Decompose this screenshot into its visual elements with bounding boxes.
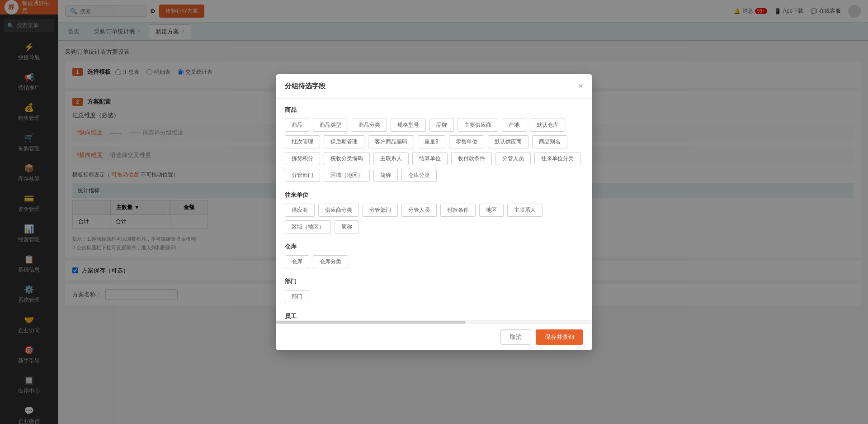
field-tag-商品别名[interactable]: 商品别名 <box>532 135 567 148</box>
field-tag-主联系人[interactable]: 主联系人 <box>507 204 542 217</box>
field-tag-批次管理[interactable]: 批次管理 <box>285 135 320 148</box>
field-group-title-warehouse: 仓库 <box>285 243 583 251</box>
field-tag-分管人员[interactable]: 分管人员 <box>401 204 437 217</box>
field-group-employee: 员工业务员 <box>285 312 583 320</box>
field-tag-区域（地区）[interactable]: 区域（地区） <box>324 169 370 182</box>
field-tags-warehouse: 仓库仓库分类 <box>285 255 583 268</box>
field-tag-付款条件[interactable]: 付款条件 <box>440 204 476 217</box>
confirm-button[interactable]: 保存并查询 <box>536 329 583 345</box>
field-tag-简称[interactable]: 简称 <box>373 169 398 182</box>
field-group-counterpart: 往来单位供应商供应商分类分管部门分管人员付款条件地区主联系人区域（地区）简称 <box>285 191 583 233</box>
field-tag-零售单位[interactable]: 零售单位 <box>449 135 484 148</box>
field-tag-仓库[interactable]: 仓库 <box>285 255 309 268</box>
field-tag-供应商[interactable]: 供应商 <box>285 204 315 217</box>
field-tag-品牌[interactable]: 品牌 <box>429 119 454 132</box>
modal-footer: 取消 保存并查询 <box>276 324 592 350</box>
field-group-title-product: 商品 <box>285 106 583 114</box>
modal-overlay: 分组待选字段 × 商品商品商品类型商品分类规格型号品牌主要供应商产地默认仓库批次… <box>0 0 868 424</box>
field-tag-往来单位分类[interactable]: 往来单位分类 <box>534 152 580 165</box>
field-tag-默认仓库[interactable]: 默认仓库 <box>530 119 565 132</box>
field-tag-结算单位[interactable]: 结算单位 <box>412 152 448 165</box>
field-tag-客户商品编码[interactable]: 客户商品编码 <box>368 135 414 148</box>
field-tag-商品[interactable]: 商品 <box>285 119 309 132</box>
field-tags-product: 商品商品类型商品分类规格型号品牌主要供应商产地默认仓库批次管理保质期管理客户商品… <box>285 119 583 182</box>
field-tag-区域（地区）[interactable]: 区域（地区） <box>285 220 331 233</box>
field-group-department: 部门部门 <box>285 277 583 303</box>
field-tag-地区[interactable]: 地区 <box>479 204 504 217</box>
modal-body: 商品商品商品类型商品分类规格型号品牌主要供应商产地默认仓库批次管理保质期管理客户… <box>276 99 592 320</box>
field-tag-主联系人[interactable]: 主联系人 <box>373 152 409 165</box>
field-tags-department: 部门 <box>285 290 583 303</box>
field-tag-商品分类[interactable]: 商品分类 <box>352 119 387 132</box>
field-tag-拣货积分[interactable]: 拣货积分 <box>285 152 320 165</box>
field-tag-分管部门[interactable]: 分管部门 <box>363 204 398 217</box>
modal-title: 分组待选字段 <box>285 82 326 91</box>
modal-close-button[interactable]: × <box>578 81 583 91</box>
field-group-warehouse: 仓库仓库仓库分类 <box>285 243 583 268</box>
field-tag-重量3[interactable]: 重量3 <box>418 135 445 148</box>
field-group-product: 商品商品商品类型商品分类规格型号品牌主要供应商产地默认仓库批次管理保质期管理客户… <box>285 106 583 182</box>
field-group-title-employee: 员工 <box>285 312 583 320</box>
field-tag-保质期管理[interactable]: 保质期管理 <box>324 135 364 148</box>
field-tag-供应商分类[interactable]: 供应商分类 <box>318 204 359 217</box>
modal-horizontal-scrollbar[interactable] <box>276 320 592 324</box>
field-group-title-counterpart: 往来单位 <box>285 191 583 199</box>
field-tag-规格型号[interactable]: 规格型号 <box>391 119 426 132</box>
field-group-title-department: 部门 <box>285 277 583 286</box>
field-tag-收付款条件[interactable]: 收付款条件 <box>451 152 492 165</box>
field-tag-商品类型[interactable]: 商品类型 <box>313 119 348 132</box>
field-tag-分管人员[interactable]: 分管人员 <box>495 152 531 165</box>
field-tags-counterpart: 供应商供应商分类分管部门分管人员付款条件地区主联系人区域（地区）简称 <box>285 204 583 233</box>
modal-dialog: 分组待选字段 × 商品商品商品类型商品分类规格型号品牌主要供应商产地默认仓库批次… <box>276 74 592 350</box>
field-tag-默认供应商[interactable]: 默认供应商 <box>488 135 528 148</box>
field-tag-分管部门[interactable]: 分管部门 <box>285 169 320 182</box>
field-tag-产地[interactable]: 产地 <box>502 119 526 132</box>
modal-header: 分组待选字段 × <box>276 74 592 99</box>
cancel-button[interactable]: 取消 <box>500 329 531 345</box>
field-tag-税收分类编码[interactable]: 税收分类编码 <box>324 152 370 165</box>
field-tag-主要供应商[interactable]: 主要供应商 <box>458 119 498 132</box>
hscroll-thumb <box>276 321 466 324</box>
field-tag-部门[interactable]: 部门 <box>285 290 309 303</box>
field-tag-简称[interactable]: 简称 <box>335 220 359 233</box>
field-tag-仓库分类[interactable]: 仓库分类 <box>401 169 437 182</box>
field-tag-仓库分类[interactable]: 仓库分类 <box>313 255 348 268</box>
